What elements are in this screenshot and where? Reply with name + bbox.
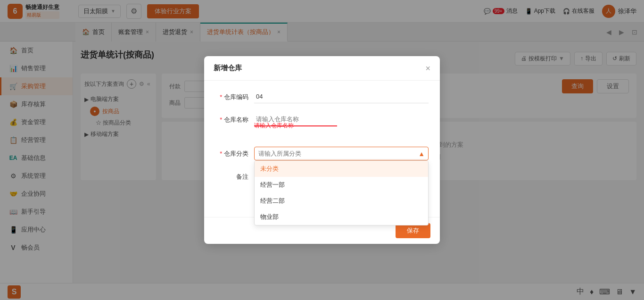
remark-label: 备注 (215, 170, 248, 181)
dialog-new-warehouse: 新增仓库 × 仓库编码 仓库名称 请输入仓库名称 仓库分类 (204, 56, 440, 244)
warehouse-name-row: 仓库名称 请输入仓库名称 (215, 113, 429, 137)
category-dropdown-list: 未分类 经营一部 经营二部 物业部 (254, 160, 429, 225)
warehouse-name-error: 请输入仓库名称 (215, 122, 294, 130)
dialog-close-button[interactable]: × (425, 64, 430, 73)
dropdown-item-2[interactable]: 经营二部 (255, 193, 428, 209)
dialog-title: 新增仓库 (214, 64, 242, 73)
dropdown-item-0[interactable]: 未分类 (255, 161, 428, 177)
warehouse-category-row: 仓库分类 ▲ 未分类 经营一部 经营二部 物业部 (215, 147, 429, 160)
warehouse-category-label: 仓库分类 (215, 147, 248, 158)
dialog-body: 仓库编码 仓库名称 请输入仓库名称 仓库分类 ▲ 未分类 (204, 81, 440, 217)
warehouse-category-input[interactable] (254, 147, 429, 160)
dialog-header: 新增仓库 × (204, 56, 440, 81)
modal-overlay[interactable]: 新增仓库 × 仓库编码 仓库名称 请输入仓库名称 仓库分类 (0, 0, 644, 300)
dropdown-item-3[interactable]: 物业部 (255, 209, 428, 225)
warehouse-code-label: 仓库编码 (215, 90, 248, 101)
warehouse-code-input[interactable] (254, 90, 429, 103)
dropdown-item-1[interactable]: 经营一部 (255, 177, 428, 193)
warehouse-category-wrapper: ▲ 未分类 经营一部 经营二部 物业部 (254, 147, 429, 160)
warehouse-code-row: 仓库编码 (215, 90, 429, 103)
